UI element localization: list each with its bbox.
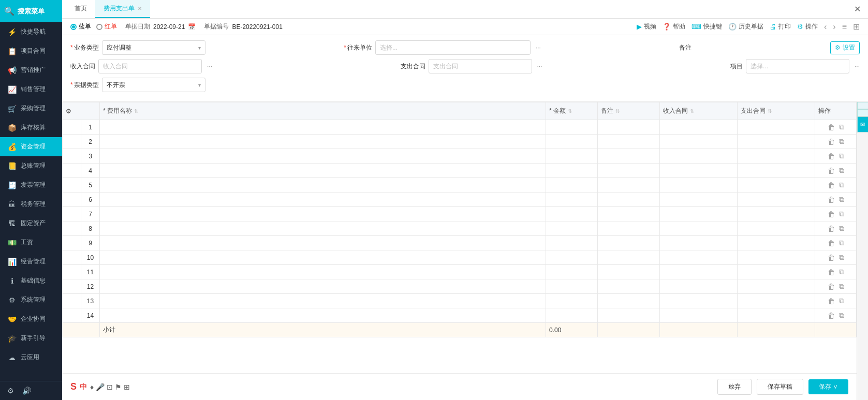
delete-row-icon[interactable]: 🗑 <box>828 268 835 276</box>
col-settings[interactable]: ⚙ <box>63 102 81 120</box>
tab-home[interactable]: 首页 <box>66 0 95 18</box>
sort-icon-amount[interactable]: ⇅ <box>568 108 572 114</box>
col-income-contract[interactable]: 收入合同 ⇅ <box>660 102 738 120</box>
settings-gear-icon[interactable]: ⚙ <box>7 387 14 395</box>
table-row[interactable]: 2🗑⧉ <box>63 135 857 149</box>
sidebar-item-quick-nav[interactable]: ⚡ 快捷导航 <box>0 22 62 41</box>
copy-row-icon[interactable]: ⧉ <box>839 224 844 233</box>
radio-blue[interactable]: 蓝单 <box>70 22 91 31</box>
toolbar-shortcuts-btn[interactable]: ⌨ 快捷键 <box>692 22 722 31</box>
col-expense-name[interactable]: * 费用名称 ⇅ <box>100 102 546 120</box>
copy-row-icon[interactable]: ⧉ <box>839 297 844 305</box>
copy-row-icon[interactable]: ⧉ <box>839 166 844 175</box>
col-amount[interactable]: * 金额 ⇅ <box>546 102 598 120</box>
table-settings-icon[interactable]: ⚙ <box>66 108 71 115</box>
expense-contract-more-icon[interactable]: ··· <box>537 63 542 70</box>
col-expense-contract[interactable]: 支出合同 ⇅ <box>738 102 815 120</box>
copy-row-icon[interactable]: ⧉ <box>839 137 844 146</box>
delete-row-icon[interactable]: 🗑 <box>828 239 835 247</box>
copy-row-icon[interactable]: ⧉ <box>839 239 844 247</box>
table-row[interactable]: 3🗑⧉ <box>63 149 857 164</box>
table-row[interactable]: 8🗑⧉ <box>63 221 857 236</box>
toolbar-history-btn[interactable]: 🕐 历史单据 <box>728 22 763 31</box>
sidebar-item-invoice[interactable]: 🧾 发票管理 <box>0 175 62 195</box>
col-note[interactable]: 备注 ⇅ <box>598 102 660 120</box>
nav-prev-icon[interactable]: ‹ <box>824 22 827 32</box>
window-close-button[interactable]: ✕ <box>851 3 864 15</box>
table-row[interactable]: 14🗑⧉ <box>63 308 857 323</box>
sidebar-item-accounting[interactable]: 📒 总账管理 <box>0 156 62 175</box>
delete-row-icon[interactable]: 🗑 <box>828 312 835 320</box>
sidebar-item-system[interactable]: ⚙ 系统管理 <box>0 290 62 309</box>
table-row[interactable]: 12🗑⧉ <box>63 279 857 294</box>
sidebar-item-purchase[interactable]: 🛒 采购管理 <box>0 99 62 118</box>
save-draft-button[interactable]: 保存草稿 <box>757 379 803 395</box>
table-row[interactable]: 13🗑⧉ <box>63 294 857 308</box>
sidebar-item-enterprise[interactable]: 🤝 企业协同 <box>0 309 62 329</box>
toolbar-help-btn[interactable]: ❓ 帮助 <box>663 22 685 31</box>
calendar-icon[interactable]: 📅 <box>188 23 196 31</box>
income-contract-input[interactable]: 收入合同 <box>98 59 202 73</box>
tab-close-expense[interactable]: ✕ <box>138 6 142 11</box>
delete-row-icon[interactable]: 🗑 <box>828 167 835 175</box>
toolbar-operations-btn[interactable]: ⚙ 操作 <box>797 22 818 31</box>
sidebar-item-basic-info[interactable]: ℹ 基础信息 <box>0 271 62 290</box>
delete-row-icon[interactable]: 🗑 <box>828 254 835 262</box>
sort-icon-expense-contract[interactable]: ⇅ <box>768 108 772 114</box>
sidebar-item-sales[interactable]: 📈 销售管理 <box>0 80 62 99</box>
toolbar-video-btn[interactable]: ▶ 视频 <box>637 22 656 31</box>
delete-row-icon[interactable]: 🗑 <box>828 152 835 160</box>
view-list-icon[interactable]: ≡ <box>842 22 847 32</box>
project-input[interactable]: 选择... <box>746 59 849 73</box>
sidebar-item-assets[interactable]: 🏗 固定资产 <box>0 214 62 233</box>
copy-row-icon[interactable]: ⧉ <box>839 268 844 276</box>
sidebar-item-newbie[interactable]: 🎓 新手引导 <box>0 329 62 348</box>
copy-row-icon[interactable]: ⧉ <box>839 181 844 189</box>
delete-row-icon[interactable]: 🗑 <box>828 138 835 146</box>
counterpart-input[interactable]: 选择... <box>375 40 531 55</box>
delete-row-icon[interactable]: 🗑 <box>828 283 835 291</box>
view-grid-icon[interactable]: ⊞ <box>853 22 860 32</box>
delete-row-icon[interactable]: 🗑 <box>828 181 835 189</box>
delete-row-icon[interactable]: 🗑 <box>828 196 835 204</box>
sort-icon-note[interactable]: ⇅ <box>615 108 620 114</box>
delete-row-icon[interactable]: 🗑 <box>828 123 835 131</box>
sidebar-item-operations[interactable]: 📊 经营管理 <box>0 252 62 271</box>
vtab-2[interactable] <box>857 109 868 116</box>
table-row[interactable]: 11🗑⧉ <box>63 265 857 279</box>
table-row[interactable]: 1🗑⧉ <box>63 120 857 135</box>
nav-next-icon[interactable]: › <box>833 22 835 32</box>
invoice-type-input[interactable]: 不开票 ▾ <box>102 78 205 92</box>
income-contract-more-icon[interactable]: ··· <box>207 63 212 70</box>
delete-row-icon[interactable]: 🗑 <box>828 210 835 218</box>
volume-icon[interactable]: 🔊 <box>22 387 31 395</box>
sidebar-item-capital[interactable]: 💰 资金管理 <box>0 137 62 156</box>
copy-row-icon[interactable]: ⧉ <box>839 152 844 160</box>
settings-button[interactable]: ⚙ 设置 <box>830 41 860 54</box>
table-row[interactable]: 4🗑⧉ <box>63 164 857 178</box>
radio-red[interactable]: 红单 <box>96 22 117 31</box>
copy-row-icon[interactable]: ⧉ <box>839 123 844 131</box>
table-row[interactable]: 6🗑⧉ <box>63 192 857 207</box>
table-row[interactable]: 5🗑⧉ <box>63 178 857 192</box>
copy-row-icon[interactable]: ⧉ <box>839 311 844 320</box>
copy-row-icon[interactable]: ⧉ <box>839 282 844 291</box>
table-row[interactable]: 9🗑⧉ <box>63 236 857 250</box>
sort-icon-income-contract[interactable]: ⇅ <box>690 108 694 114</box>
toolbar-print-btn[interactable]: 🖨 打印 <box>770 22 791 31</box>
copy-row-icon[interactable]: ⧉ <box>839 253 844 262</box>
sidebar-item-salary[interactable]: 💵 工资 <box>0 233 62 252</box>
project-more-icon[interactable]: ··· <box>855 63 860 70</box>
sidebar-item-cloud[interactable]: ☁ 云应用 <box>0 348 62 367</box>
delete-row-icon[interactable]: 🗑 <box>828 297 835 305</box>
sort-icon-expense-name[interactable]: ⇅ <box>134 108 138 114</box>
table-row[interactable]: 7🗑⧉ <box>63 207 857 221</box>
sidebar-item-project[interactable]: 📋 项目合同 <box>0 41 62 61</box>
tab-expense[interactable]: 费用支出单 ✕ <box>95 0 150 18</box>
table-row[interactable]: 10🗑⧉ <box>63 250 857 265</box>
copy-row-icon[interactable]: ⧉ <box>839 195 844 204</box>
sidebar-item-tax[interactable]: 🏛 税务管理 <box>0 195 62 214</box>
vtab-message[interactable]: ✉ <box>857 116 868 132</box>
save-button[interactable]: 保存 ∨ <box>808 379 848 394</box>
vtab-1[interactable] <box>857 102 868 109</box>
